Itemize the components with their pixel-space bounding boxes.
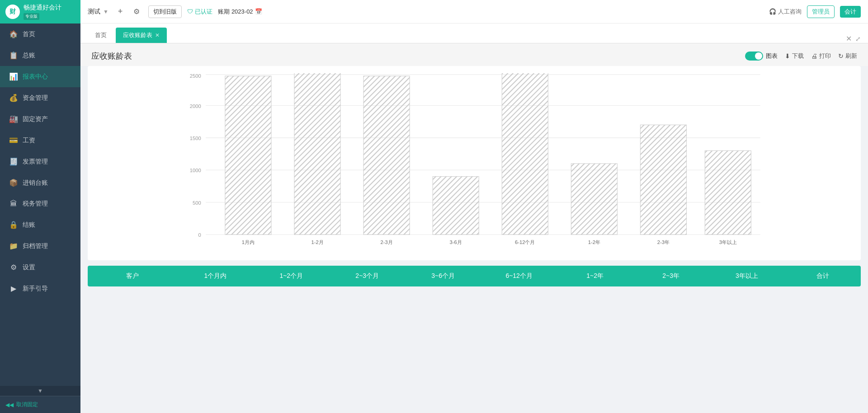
svg-text:2-3年: 2-3年 — [657, 239, 670, 245]
app-name: 畅捷通好会计 — [24, 4, 61, 11]
print-button[interactable]: 🖨 打印 — [811, 52, 831, 60]
tabbar: 首页 应收账龄表 ✕ ✕ ⤢ — [80, 23, 868, 43]
download-icon: ⬇ — [785, 52, 790, 60]
tab-aging-label: 应收账龄表 — [123, 31, 152, 39]
sidebar-label-payroll: 工资 — [23, 136, 35, 145]
col-2-3months: 2~3个月 — [329, 266, 405, 286]
svg-rect-14 — [294, 73, 340, 235]
project-chevron-icon: ▼ — [103, 9, 108, 15]
sidebar-label-assets: 固定资产 — [23, 115, 48, 123]
svg-rect-22 — [571, 164, 617, 235]
sidebar-item-settings[interactable]: ⚙ 设置 — [0, 257, 80, 278]
archive-icon: 📁 — [9, 242, 18, 250]
calendar-icon[interactable]: 📅 — [255, 8, 262, 15]
tab-close-icon[interactable]: ✕ — [155, 32, 160, 38]
sidebar-label-guide: 新手引导 — [23, 285, 48, 293]
sidebar-label-invoices: 发票管理 — [23, 158, 48, 166]
verified-label: 已认证 — [195, 8, 212, 16]
svg-text:500: 500 — [193, 200, 201, 206]
sidebar-label-ledger: 总账 — [23, 52, 35, 60]
assets-icon: 🏭 — [9, 115, 18, 123]
chart-toggle[interactable] — [745, 52, 763, 61]
scroll-down-btn[interactable]: ▼ — [38, 388, 43, 394]
headset-icon: 🎧 — [769, 8, 776, 15]
sidebar-label-settings: 设置 — [23, 263, 35, 272]
topbar: 测试 ▼ + ⚙ 切到旧版 🛡 已认证 账期 2023-02 📅 🎧 人工咨询 … — [80, 0, 868, 23]
period-value: 2023-02 — [231, 8, 253, 15]
sidebar-item-payroll[interactable]: 💳 工资 — [0, 130, 80, 151]
svg-rect-16 — [363, 76, 410, 235]
sidebar-label-tax: 税务管理 — [23, 200, 48, 208]
support-button[interactable]: 🎧 人工咨询 — [769, 8, 802, 16]
guide-icon: ▶ — [9, 284, 18, 293]
project-settings-button[interactable]: ⚙ — [130, 5, 143, 18]
svg-text:2500: 2500 — [190, 73, 201, 79]
close-all-tabs-button[interactable]: ✕ — [846, 34, 852, 43]
col-1month: 1个月内 — [177, 266, 253, 286]
pin-icon: ◀◀ — [5, 402, 14, 408]
sidebar-item-invoices[interactable]: 🧾 发票管理 — [0, 151, 80, 172]
logo-icon: 财 — [5, 5, 20, 19]
col-3plus-years: 3年以上 — [709, 266, 785, 286]
switch-old-version-button[interactable]: 切到旧版 — [148, 5, 182, 18]
sidebar-item-trade[interactable]: 📦 进销台账 — [0, 172, 80, 193]
chart-toggle-label: 图表 — [766, 52, 778, 60]
logo-text: 畅捷通好会计 专业版 — [24, 4, 61, 20]
col-2-3years: 2~3年 — [633, 266, 709, 286]
sidebar-item-tax[interactable]: 🏛 税务管理 — [0, 193, 80, 214]
sidebar-logo: 财 畅捷通好会计 专业版 — [0, 0, 80, 23]
sidebar-item-guide[interactable]: ▶ 新手引导 — [0, 278, 80, 299]
svg-rect-20 — [502, 73, 548, 235]
role-button[interactable]: 会计 — [840, 6, 861, 18]
sidebar-item-reports[interactable]: 📊 报表中心 — [0, 66, 80, 87]
svg-text:3年以上: 3年以上 — [719, 239, 737, 245]
tab-actions: ✕ ⤢ — [846, 34, 861, 43]
period-label: 账期 — [218, 8, 230, 16]
sidebar-label-reports: 报表中心 — [23, 73, 48, 81]
download-button[interactable]: ⬇ 下载 — [785, 52, 804, 60]
sidebar-item-close[interactable]: 🔒 结账 — [0, 214, 80, 235]
sidebar-item-funds[interactable]: 💰 资金管理 — [0, 87, 80, 108]
support-label: 人工咨询 — [778, 8, 802, 16]
cancel-fixed-label: 取消固定 — [16, 401, 38, 408]
svg-text:1000: 1000 — [190, 168, 201, 173]
project-name: 测试 — [88, 8, 100, 16]
page-title: 应收账龄表 — [91, 51, 132, 61]
expand-button[interactable]: ⤢ — [855, 35, 861, 42]
svg-text:1月内: 1月内 — [242, 239, 255, 245]
bar-chart: 0 500 1000 1500 2000 2500 1月内 — [95, 73, 854, 253]
topbar-actions: + ⚙ — [114, 5, 143, 18]
sidebar-scroll-down[interactable]: ▼ — [0, 386, 80, 396]
tab-aging[interactable]: 应收账龄表 ✕ — [116, 28, 167, 43]
col-6-12months: 6~12个月 — [481, 266, 557, 286]
svg-rect-26 — [705, 150, 751, 235]
chart-toggle-container: 图表 — [745, 52, 778, 61]
cancel-fixed-btn[interactable]: ◀◀ 取消固定 — [0, 396, 80, 413]
col-1-2months: 1~2个月 — [253, 266, 329, 286]
col-customer: 客户 — [88, 266, 177, 286]
user-button[interactable]: 管理员 — [807, 5, 835, 18]
refresh-button[interactable]: ↻ 刷新 — [838, 52, 857, 60]
tab-home[interactable]: 首页 — [88, 28, 114, 43]
main-content: 测试 ▼ + ⚙ 切到旧版 🛡 已认证 账期 2023-02 📅 🎧 人工咨询 … — [80, 0, 868, 413]
sidebar-item-ledger[interactable]: 📋 总账 — [0, 45, 80, 66]
col-total: 合计 — [785, 266, 861, 286]
sidebar-item-home[interactable]: 🏠 首页 — [0, 23, 80, 45]
sidebar-label-home: 首页 — [23, 30, 35, 38]
svg-rect-12 — [225, 76, 271, 235]
svg-text:1-2月: 1-2月 — [311, 239, 323, 245]
sidebar-label-funds: 资金管理 — [23, 94, 48, 102]
svg-text:3-6月: 3-6月 — [450, 239, 462, 245]
add-project-button[interactable]: + — [114, 5, 127, 18]
sidebar-item-archive[interactable]: 📁 归档管理 — [0, 235, 80, 257]
project-selector[interactable]: 测试 ▼ — [88, 8, 108, 16]
reports-icon: 📊 — [9, 72, 18, 81]
svg-text:0: 0 — [198, 232, 201, 238]
aging-table: 客户 1个月内 1~2个月 2~3个月 3~6个月 6~12个月 1~2年 2~… — [88, 266, 861, 286]
invoices-icon: 🧾 — [9, 157, 18, 166]
chart-container: 0 500 1000 1500 2000 2500 1月内 — [88, 66, 861, 260]
chart-svg: 0 500 1000 1500 2000 2500 1月内 — [95, 73, 854, 253]
content-area: 应收账龄表 图表 ⬇ 下载 🖨 打印 ↻ 刷新 — [80, 43, 868, 413]
sidebar-item-assets[interactable]: 🏭 固定资产 — [0, 108, 80, 130]
svg-text:2-3月: 2-3月 — [380, 239, 392, 245]
